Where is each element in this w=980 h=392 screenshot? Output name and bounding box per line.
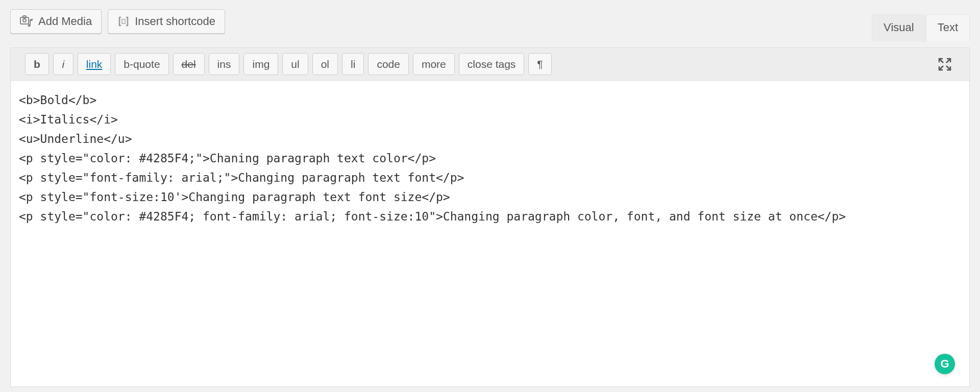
grammarly-badge[interactable]: G xyxy=(935,354,955,374)
add-media-button[interactable]: Add Media xyxy=(10,9,102,34)
add-media-label: Add Media xyxy=(38,15,92,28)
qt-li-button[interactable]: li xyxy=(342,53,364,75)
qt-close-tags-button[interactable]: close tags xyxy=(459,53,525,75)
fullscreen-icon xyxy=(938,57,952,71)
editor-content[interactable]: <b>Bold</b> <i>Italics</i> <u>Underline<… xyxy=(19,91,961,227)
top-bar: Add Media Insert shortcode Visual Text xyxy=(0,0,980,41)
quicktags-buttons: b i link b-quote del ins img ul ol li co… xyxy=(25,53,552,75)
qt-bold-button[interactable]: b xyxy=(25,53,49,75)
qt-bquote-button[interactable]: b-quote xyxy=(115,53,168,75)
qt-del-button[interactable]: del xyxy=(173,53,205,75)
camera-music-icon xyxy=(20,15,33,28)
fullscreen-button[interactable] xyxy=(935,54,955,75)
qt-img-button[interactable]: img xyxy=(243,53,278,75)
qt-italic-button[interactable]: i xyxy=(53,53,74,75)
quicktags-toolbar: b i link b-quote del ins img ul ol li co… xyxy=(10,47,970,81)
qt-ins-button[interactable]: ins xyxy=(209,53,240,75)
tab-visual[interactable]: Visual xyxy=(872,14,926,41)
svg-rect-4 xyxy=(122,19,125,23)
svg-point-1 xyxy=(23,19,26,22)
qt-code-button[interactable]: code xyxy=(368,53,409,75)
tab-text[interactable]: Text xyxy=(926,14,970,41)
qt-paragraph-button[interactable]: ¶ xyxy=(528,53,551,75)
svg-point-3 xyxy=(28,24,31,27)
editor-container: Add Media Insert shortcode Visual Text b xyxy=(0,0,980,387)
insert-shortcode-button[interactable]: Insert shortcode xyxy=(108,9,225,34)
grammarly-icon: G xyxy=(940,357,949,371)
media-buttons-group: Add Media Insert shortcode xyxy=(10,9,225,34)
editor-tabs: Visual Text xyxy=(872,14,970,41)
text-editor-area[interactable]: <b>Bold</b> <i>Italics</i> <u>Underline<… xyxy=(10,81,970,387)
shortcode-icon xyxy=(117,15,130,28)
qt-more-button[interactable]: more xyxy=(413,53,455,75)
qt-ol-button[interactable]: ol xyxy=(312,53,338,75)
qt-link-button[interactable]: link xyxy=(78,53,111,75)
insert-shortcode-label: Insert shortcode xyxy=(135,15,215,28)
qt-ul-button[interactable]: ul xyxy=(282,53,308,75)
